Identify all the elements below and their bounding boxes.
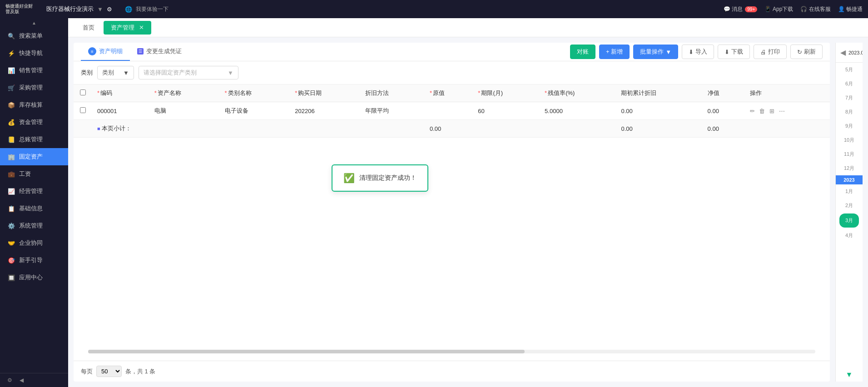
timeline-collapse-icon[interactable]: ◀ (838, 45, 848, 60)
apps-icon: 🔲 (7, 273, 15, 282)
new-button[interactable]: + 新增 (599, 45, 630, 59)
total-label: 条，共 1 条 (125, 367, 155, 376)
timeline-panel: ◀ 2023.03 5月6月7月8月9月10月11月12月20231月2月3月4… (835, 43, 863, 382)
category-type-select[interactable]: 类别 ▼ (97, 66, 134, 79)
sidebar-item-inventory[interactable]: 📦 库存核算 (0, 96, 68, 114)
per-page-select[interactable]: 50 100 200 (96, 366, 122, 377)
timeline-item-7[interactable]: 12月 (836, 161, 863, 175)
timeline-item-0[interactable]: 5月 (836, 63, 863, 77)
enterprise-icon: 🤝 (7, 239, 15, 247)
payroll-icon: 💼 (7, 170, 15, 178)
sub-tab-asset-detail[interactable]: ≡ 资产明细 (81, 43, 130, 61)
logo-name: 畅捷通好业财 (5, 4, 33, 9)
messages-badge: 99+ (745, 6, 757, 12)
content-area: 首页 资产管理 ✕ ≡ 资产明细 ☰ (68, 18, 868, 387)
refresh-button[interactable]: ↻ 刷新 (790, 45, 823, 59)
category-label: 类别 (81, 69, 93, 77)
success-toast: ✅ 清理固定资产成功！ (332, 164, 428, 192)
cell-original-value (424, 102, 472, 120)
sidebar-item-search[interactable]: 🔍 搜索菜单 (0, 27, 68, 45)
subtotal-residual-rate (539, 120, 615, 138)
print-button[interactable]: 🖨 打印 (754, 45, 787, 59)
cell-period: 60 (472, 102, 539, 120)
guide-icon: 🎯 (7, 256, 15, 264)
sidebar-item-funds[interactable]: 💰 资金管理 (0, 114, 68, 131)
sidebar-label-enterprise: 企业协同 (19, 239, 43, 247)
timeline-item-10[interactable]: 2月 (836, 198, 863, 213)
more-icon[interactable]: ⋯ (779, 108, 785, 114)
table-row: 000001 电脑 电子设备 202206 年限平均 60 5.0000 0.0… (74, 102, 830, 120)
timeline-item-12[interactable]: 4月 (836, 228, 863, 243)
sidebar-label-quick-nav: 快捷导航 (19, 49, 43, 57)
app-download-button[interactable]: 📱 App下载 (764, 5, 793, 13)
timeline-down-arrow[interactable]: ▼ (846, 371, 853, 378)
timeline-item-8[interactable]: 2023 (836, 175, 863, 184)
timeline-item-3[interactable]: 8月 (836, 105, 863, 119)
delete-icon[interactable]: 🗑 (759, 108, 765, 114)
basic-info-icon: 📋 (7, 204, 15, 213)
cell-depreciation-method: 年限平均 (360, 102, 424, 120)
filter-bar: 类别 类别 ▼ 请选择固定资产类别 ▼ (74, 61, 830, 84)
cell-residual-rate: 5.0000 (539, 102, 615, 120)
sidebar-item-quick-nav[interactable]: ⚡ 快捷导航 (0, 45, 68, 62)
asset-detail-icon: ≡ (88, 47, 96, 55)
per-page-label: 每页 (81, 367, 93, 376)
timeline-item-6[interactable]: 11月 (836, 147, 863, 161)
sidebar-item-payroll[interactable]: 💼 工资 (0, 165, 68, 183)
timeline-item-9[interactable]: 1月 (836, 184, 863, 198)
cell-code: 000001 (92, 102, 149, 120)
tab-close-icon[interactable]: ✕ (139, 24, 144, 31)
tab-asset-mgmt[interactable]: 资产管理 ✕ (104, 21, 151, 35)
sidebar-item-fixed-assets[interactable]: 🏢 固定资产 (0, 148, 68, 165)
timeline-item-2[interactable]: 7月 (836, 91, 863, 105)
sidebar-item-sales[interactable]: 📊 销售管理 (0, 62, 68, 79)
cell-initial-depreciation: 0.00 (615, 102, 702, 120)
timeline-item-1[interactable]: 6月 (836, 77, 863, 91)
sidebar-label-ledger: 总账管理 (19, 135, 43, 144)
table-area: ≡ 资产明细 ☰ 变更生成凭证 对账 + 新增 批量操作 ▼ (74, 43, 830, 382)
sidebar-item-purchase[interactable]: 🛒 采购管理 (0, 79, 68, 96)
sidebar-item-ledger[interactable]: 📒 总账管理 (0, 131, 68, 148)
sidebar-collapse-icon[interactable]: ◀ (20, 377, 24, 383)
sidebar-item-operations[interactable]: 📈 经营管理 (0, 183, 68, 200)
sidebar: ▲ 🔍 搜索菜单 ⚡ 快捷导航 📊 销售管理 🛒 采购管理 📦 库存核算 💰 资… (0, 18, 68, 387)
import-button[interactable]: ⬇ 导入 (682, 45, 714, 59)
subtotal-original-value: 0.00 (424, 120, 472, 138)
batch-ops-button[interactable]: 批量操作 ▼ (633, 45, 678, 59)
col-residual-rate: *残值率(%) (539, 84, 615, 102)
download-button[interactable]: ⬇ 下载 (718, 45, 750, 59)
online-service-button[interactable]: 🎧 在线客服 (800, 5, 830, 13)
copy-icon[interactable]: ⊞ (769, 108, 774, 114)
timeline-item-5[interactable]: 10月 (836, 133, 863, 147)
sub-tab-change-voucher[interactable]: ☰ 变更生成凭证 (130, 43, 189, 61)
data-table: *编码 *资产名称 *类别名称 *购买日期 折旧方法 *原值 *期限(月) *残… (74, 84, 830, 348)
edit-icon[interactable]: ✏ (750, 108, 755, 114)
sidebar-item-enterprise[interactable]: 🤝 企业协同 (0, 234, 68, 252)
user-avatar[interactable]: 👤 畅捷通 (838, 5, 863, 13)
sidebar-item-apps[interactable]: 🔲 应用中心 (0, 269, 68, 286)
timeline-item-11[interactable]: 3月 (839, 213, 859, 228)
settings-gear-icon[interactable]: ⚙ (107, 6, 112, 13)
messages-button[interactable]: 💬 消息 99+ (724, 5, 758, 13)
reconcile-button[interactable]: 对账 (570, 45, 595, 59)
select-all-checkbox[interactable] (80, 89, 86, 95)
category-input[interactable]: 请选择固定资产类别 ▼ (139, 66, 238, 79)
col-net-value: 净值 (702, 84, 744, 102)
cell-name: 电脑 (149, 102, 219, 120)
sidebar-scroll-up[interactable]: ▲ (0, 18, 68, 27)
search-icon: 🔍 (7, 32, 15, 40)
fixed-assets-icon: 🏢 (7, 153, 15, 161)
row-checkbox[interactable] (80, 107, 86, 113)
sidebar-item-guide[interactable]: 🎯 新手引导 (0, 252, 68, 269)
col-original-value: *原值 (424, 84, 472, 102)
sidebar-settings-icon[interactable]: ⚙ (7, 377, 12, 383)
sidebar-label-operations: 经营管理 (19, 187, 43, 195)
refresh-icon: ↻ (797, 49, 802, 55)
sidebar-item-system[interactable]: ⚙️ 系统管理 (0, 217, 68, 234)
experience-label[interactable]: 我要体验一下 (136, 5, 169, 13)
operations-icon: 📈 (7, 187, 15, 195)
horizontal-scrollbar[interactable] (88, 350, 815, 353)
timeline-item-4[interactable]: 9月 (836, 119, 863, 133)
sidebar-item-basic-info[interactable]: 📋 基础信息 (0, 200, 68, 217)
tab-home[interactable]: 首页 (75, 21, 102, 35)
